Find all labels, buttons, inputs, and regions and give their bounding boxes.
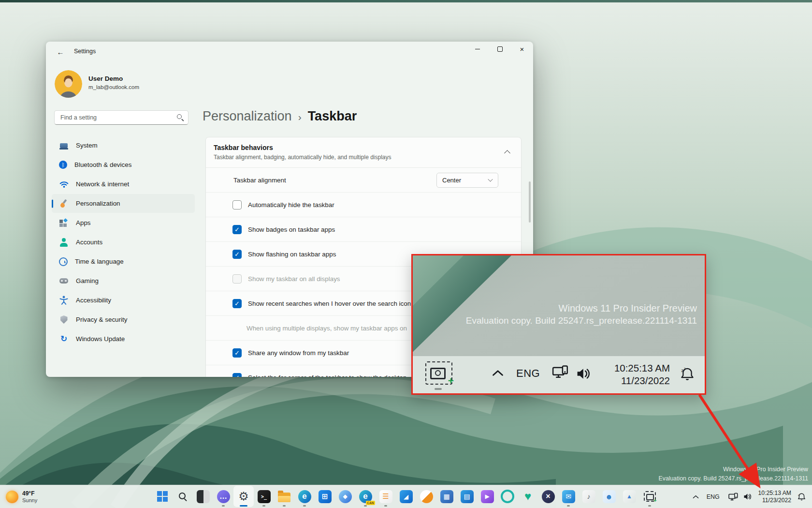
section-title: Taskbar behaviors	[214, 144, 273, 151]
taskbar-app-notepad[interactable]: ☰	[376, 486, 396, 507]
sidebar-item-accounts[interactable]: Accounts	[52, 233, 195, 252]
sidebar-item-accessibility[interactable]: Accessibility	[52, 291, 195, 310]
taskbar-app-edge-canary[interactable]: eCAN	[355, 486, 376, 507]
checkbox[interactable]	[232, 299, 242, 308]
plus-icon: +	[448, 375, 454, 386]
taskbar-app-vscode[interactable]: ◢	[396, 486, 416, 507]
taskbar-app-snipping-capture[interactable]	[639, 486, 660, 507]
settings-search[interactable]	[54, 110, 188, 125]
sidebar-item-label: Accessibility	[76, 297, 111, 304]
taskbar-app-voice-recorder[interactable]: ♪	[579, 486, 599, 507]
taskbar-app-xbox[interactable]: ×	[538, 486, 558, 507]
clock-icon	[59, 257, 68, 266]
screen-sketch-icon: ▲	[623, 490, 636, 503]
volume-icon[interactable]	[743, 493, 753, 500]
desktop: Windows 11 Pro Insider Preview Evaluatio…	[0, 0, 812, 508]
mail-icon: ✉	[562, 490, 575, 503]
network-icon[interactable]	[728, 493, 739, 501]
taskbar-app-row: …⚙>_e⊞◆eCAN☰◢▦▤▶♥×✉♪☻▲	[152, 486, 660, 507]
tray-date: 11/23/2022	[597, 374, 670, 387]
edge-icon: e	[298, 490, 311, 503]
taskbar-app-chat[interactable]: …	[213, 486, 233, 507]
scrollbar[interactable]	[529, 181, 531, 223]
breadcrumb: Personalization › Taskbar	[203, 109, 357, 124]
sidebar-item-label: System	[76, 142, 98, 149]
taskbar-app-terminal[interactable]: >_	[254, 486, 274, 507]
sidebar-item-privacy[interactable]: Privacy & security	[52, 310, 195, 329]
sidebar-item-network[interactable]: Network & internet	[52, 175, 195, 194]
system-icon	[59, 141, 69, 150]
sidebar-item-apps[interactable]: Apps	[52, 213, 195, 232]
taskbar-app-store[interactable]: ⊞	[315, 486, 335, 507]
app-grid-icon: ▤	[461, 490, 474, 503]
weather-condition: Sunny	[22, 497, 37, 504]
sidebar-item-system[interactable]: System	[52, 136, 195, 155]
setting-row-auto-hide[interactable]: Automatically hide the taskbar	[206, 192, 521, 217]
taskbar-app-file-explorer[interactable]	[274, 486, 294, 507]
minimize-icon	[475, 49, 480, 49]
search-icon	[176, 114, 184, 121]
weather-widget[interactable]: 49°F Sunny	[6, 485, 37, 508]
tray-chevron-up-icon[interactable]	[693, 495, 699, 499]
checkbox[interactable]	[232, 373, 242, 377]
taskbar-app-edge[interactable]: e	[294, 486, 315, 507]
taskbar-app-photos[interactable]: ◆	[335, 486, 355, 507]
camera-icon	[430, 368, 446, 379]
taskbar-app-people[interactable]: ☻	[599, 486, 619, 507]
sidebar-item-gaming[interactable]: Gaming	[52, 271, 195, 290]
search-input[interactable]	[59, 111, 173, 124]
notification-bell-icon[interactable]: zz	[797, 493, 806, 501]
checkbox[interactable]	[232, 348, 242, 358]
photos-icon: ◆	[339, 490, 352, 503]
page-title: Taskbar	[308, 109, 357, 124]
taskbar-app-calculator[interactable]: ▦	[436, 486, 457, 507]
sidebar-item-windows-update[interactable]: Windows Update	[52, 329, 195, 348]
sidebar-item-bluetooth[interactable]: Bluetooth & devices	[52, 155, 195, 174]
taskbar-app-clipchamp[interactable]: ▶	[477, 486, 497, 507]
zoomed-tray-screenshot: Windows 11 Pro Insider Preview Evaluatio…	[411, 254, 706, 395]
taskbar-app-search[interactable]	[173, 486, 193, 507]
checkbox[interactable]	[232, 200, 242, 209]
minimize-button[interactable]	[466, 42, 489, 57]
store-icon: ⊞	[319, 490, 332, 503]
maximize-button[interactable]	[489, 42, 511, 57]
tray-clock[interactable]: 10:25:13 AM 11/23/2022	[758, 490, 791, 504]
taskbar-app-loop[interactable]	[497, 486, 518, 507]
checkbox[interactable]	[232, 250, 242, 259]
taskbar-app-screen-sketch[interactable]: ▲	[619, 486, 639, 507]
app-orange-icon	[420, 490, 433, 503]
taskbar-behaviors-header[interactable]: Taskbar behaviors Taskbar alignment, bad…	[206, 137, 521, 167]
sidebar-item-label: Accounts	[76, 239, 102, 246]
svg-text:z: z	[799, 493, 800, 495]
taskbar-app-heart-app[interactable]: ♥	[518, 486, 538, 507]
sidebar-item-label: Gaming	[76, 277, 99, 284]
back-button[interactable]: ←	[53, 45, 68, 58]
setting-row-badges[interactable]: Show badges on taskbar apps	[206, 217, 521, 241]
avatar[interactable]	[55, 70, 82, 98]
notepad-icon: ☰	[379, 490, 392, 503]
close-button[interactable]: ×	[511, 42, 533, 57]
language-indicator[interactable]: ENG	[707, 493, 720, 500]
insider-watermark: Windows 11 Pro Insider Preview Evaluatio…	[659, 465, 808, 483]
snipping-capture-icon	[644, 491, 656, 502]
section-subtitle: Taskbar alignment, badging, automaticall…	[214, 154, 392, 161]
vscode-icon: ◢	[400, 490, 413, 503]
taskbar-app-app-grid[interactable]: ▤	[457, 486, 477, 507]
taskbar-app-app-orange[interactable]	[416, 486, 436, 507]
network-icon	[552, 365, 569, 381]
taskbar-app-settings[interactable]: ⚙	[233, 486, 254, 507]
setting-row-taskbar-alignment: Taskbar alignment Center	[206, 167, 521, 192]
breadcrumb-parent[interactable]: Personalization	[203, 109, 292, 124]
sidebar-item-personalization[interactable]: Personalization	[52, 194, 195, 213]
taskbar-app-camera-app[interactable]	[193, 486, 213, 507]
taskbar: 49°F Sunny …⚙>_e⊞◆eCAN☰◢▦▤▶♥×✉♪☻▲ ENG 10…	[0, 485, 812, 508]
chevron-up-icon[interactable]	[504, 150, 510, 156]
taskbar-app-start[interactable]	[152, 486, 173, 507]
checkbox	[232, 274, 242, 284]
taskbar-app-mail[interactable]: ✉	[558, 486, 579, 507]
apps-icon	[59, 218, 69, 228]
checkbox[interactable]	[232, 225, 242, 234]
sidebar-item-time-language[interactable]: Time & language	[52, 252, 195, 271]
taskbar-alignment-dropdown[interactable]: Center	[436, 173, 498, 188]
screen-capture-icon: +	[425, 361, 452, 385]
